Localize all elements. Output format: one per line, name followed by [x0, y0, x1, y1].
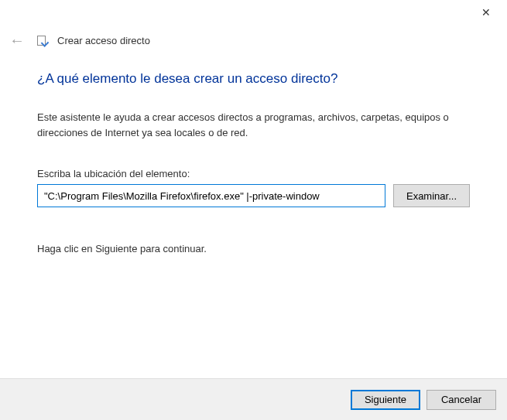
shortcut-wizard-icon — [36, 34, 48, 46]
location-row: Examinar... — [37, 184, 470, 207]
wizard-header: ← Crear acceso directo — [0, 25, 507, 57]
wizard-content: ¿A qué elemento le desea crear un acceso… — [0, 57, 507, 254]
back-arrow-icon[interactable]: ← — [8, 32, 26, 48]
wizard-title: Crear acceso directo — [57, 35, 150, 46]
page-heading: ¿A qué elemento le desea crear un acceso… — [37, 71, 470, 87]
continue-hint: Haga clic en Siguiente para continuar. — [37, 243, 470, 254]
close-button[interactable]: ✕ — [468, 0, 504, 25]
browse-button[interactable]: Examinar... — [393, 184, 470, 207]
next-button[interactable]: Siguiente — [351, 390, 420, 410]
close-icon: ✕ — [481, 6, 491, 19]
location-label: Escriba la ubicación del elemento: — [37, 168, 470, 179]
page-description: Este asistente le ayuda a crear accesos … — [37, 110, 470, 140]
location-input[interactable] — [37, 184, 385, 207]
titlebar: ✕ — [0, 0, 507, 25]
wizard-footer: Siguiente Cancelar — [0, 378, 507, 420]
cancel-button[interactable]: Cancelar — [426, 390, 496, 410]
